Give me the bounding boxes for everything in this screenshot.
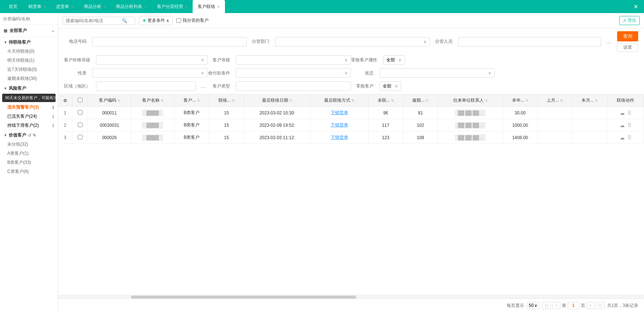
tab-purchase-close[interactable]: × xyxy=(71,4,73,9)
sidebar-item-today[interactable]: 今天待联络(0) xyxy=(0,47,58,56)
tab-sales-close[interactable]: × xyxy=(44,4,46,9)
th-last-method-sort[interactable]: ⇅ xyxy=(351,98,354,102)
dept-select[interactable]: ∨ xyxy=(275,37,430,46)
region-more-btn[interactable]: … xyxy=(199,83,208,89)
action-more-icon[interactable]: ⠿ xyxy=(628,122,631,128)
sidebar-item-b-class[interactable]: B类客户(33) xyxy=(0,158,58,167)
filter-bar: 🔍 ▼ 更多条件 ∧ 我分管的客户 ↗ 导出 xyxy=(58,13,644,28)
scrollbar-thumb[interactable] xyxy=(131,296,356,299)
tab-sales[interactable]: 销货单 × xyxy=(23,0,51,13)
sidebar-item-overdue[interactable]: 逾期未联络(30) xyxy=(0,74,58,83)
action-contact-icon[interactable]: ☁ xyxy=(620,110,625,116)
tab-analysis[interactable]: 商品分析 × xyxy=(79,0,111,13)
sidebar-section-pending[interactable]: ▼ 待联络客户 xyxy=(0,37,58,47)
sidebar-section-risk[interactable]: ▼ 风险客户 xyxy=(0,83,58,93)
th-last-date-sort[interactable]: ⇅ xyxy=(289,98,292,102)
th-uncontacted-sort[interactable]: ⇅ xyxy=(391,98,394,102)
price-select[interactable]: ∨ xyxy=(96,55,208,65)
page-number-input[interactable] xyxy=(568,302,579,309)
level-select[interactable]: ∨ xyxy=(236,55,351,65)
value-refresh-icon[interactable]: ↺ xyxy=(28,133,31,138)
horizontal-scrollbar[interactable] xyxy=(58,295,644,299)
manager-more-btn[interactable]: … xyxy=(604,39,613,45)
sidebar-item-churned[interactable]: 已流失客户(24) ℹ xyxy=(0,112,58,121)
zero-attr-select[interactable]: 全部 ∨ xyxy=(383,55,405,65)
cell-type: B类客户 xyxy=(174,107,209,119)
row-checkbox-1[interactable] xyxy=(78,122,82,127)
th-this-month-sort[interactable]: ⇅ xyxy=(595,98,598,102)
action-contact-icon[interactable]: ☁ xyxy=(620,122,625,128)
select-all-checkbox[interactable] xyxy=(78,98,82,102)
th-name-sort[interactable]: ⇅ xyxy=(161,98,164,102)
cell-contact: 15 xyxy=(209,107,244,119)
sidebar-section-value[interactable]: ▼ 价值客户 ↺ ✎ xyxy=(0,130,58,140)
action-more-icon[interactable]: ⠿ xyxy=(628,110,631,116)
sidebar-item-a-class[interactable]: A类客户(1) xyxy=(0,149,58,158)
search-submit-icon[interactable]: 🔍 xyxy=(122,18,127,23)
tab-customer-tier-close[interactable]: × xyxy=(185,4,188,9)
churn-pred-info-icon[interactable]: ℹ xyxy=(52,105,54,110)
th-type: 客户... ⇅ xyxy=(174,94,209,107)
action-more-icon[interactable]: ⠿ xyxy=(628,135,631,141)
th-type-sort[interactable]: ⇅ xyxy=(197,98,200,102)
action-contact-icon[interactable]: ☁ xyxy=(620,135,625,141)
tab-customer-tier[interactable]: 客户分层经营 × xyxy=(152,0,193,13)
tab-analysis-list[interactable]: 商品分析列表 × xyxy=(111,0,152,13)
th-this-year-sort[interactable]: ⇅ xyxy=(526,98,528,102)
region-select[interactable] xyxy=(96,81,196,91)
sidebar-item-c-class[interactable]: C类客户(6) xyxy=(0,167,58,176)
sidebar-all-customers[interactable]: ⊞ 全部客户 « xyxy=(0,25,58,37)
last-method-link[interactable]: 下销货单 xyxy=(331,135,348,140)
last-method-link[interactable]: 下销货单 xyxy=(331,122,348,127)
my-customers-checkbox[interactable] xyxy=(176,18,181,23)
tab-analysis-list-close[interactable]: × xyxy=(144,4,146,9)
retail-select[interactable]: 全部 ∨ xyxy=(379,81,401,91)
row-checkbox-2[interactable] xyxy=(78,135,82,139)
tab-customer-contact-close[interactable]: × xyxy=(217,4,220,9)
settings-button[interactable]: 设置 xyxy=(617,43,638,52)
declining-info-icon[interactable]: ℹ xyxy=(52,123,54,128)
customer-type-select[interactable] xyxy=(236,81,351,91)
tab-customer-contact[interactable]: 客户联络 × xyxy=(193,0,225,13)
customer-type-label: 客户类型 xyxy=(208,83,233,89)
sidebar-item-churn-pred[interactable]: 流失预警客户(3) ℹ xyxy=(0,103,58,112)
more-conditions-btn[interactable]: ▼ 更多条件 ∧ xyxy=(139,16,173,25)
pending-title: 待联络客户 xyxy=(9,39,31,45)
th-unit-contact-sort[interactable]: ⇅ xyxy=(485,98,488,102)
gender-select[interactable]: ∨ xyxy=(92,68,208,78)
window-close-button[interactable]: ✕ xyxy=(631,3,641,10)
sidebar-item-week[interactable]: 近7天待联络(0) xyxy=(0,65,58,74)
phone-input[interactable] xyxy=(92,37,247,46)
per-page-select[interactable]: 50 ∨ xyxy=(527,302,539,309)
my-customers-filter[interactable]: 我分管的客户 xyxy=(176,17,209,24)
gear-icon[interactable]: ⚙ xyxy=(63,98,67,103)
churned-info-icon[interactable]: ℹ xyxy=(52,114,54,119)
prev-page-btn[interactable]: < xyxy=(552,302,560,309)
sidebar-search-input[interactable] xyxy=(3,16,57,21)
export-button[interactable]: ↗ 导出 xyxy=(619,16,640,25)
search-input[interactable] xyxy=(66,18,120,23)
first-page-btn[interactable]: |< xyxy=(542,302,551,309)
sidebar-item-unsorted[interactable]: 未分组(32) xyxy=(0,140,58,149)
tab-purchase[interactable]: 进货单 × xyxy=(51,0,79,13)
value-edit-icon[interactable]: ✎ xyxy=(33,133,36,138)
th-contact-sort[interactable]: ⇅ xyxy=(232,98,235,102)
th-last-month-sort[interactable]: ⇅ xyxy=(560,98,563,102)
th-code-sort[interactable]: ⇅ xyxy=(117,98,120,102)
risk-arrow-icon: ▼ xyxy=(4,86,7,90)
th-overdue-sort[interactable]: ⇅ xyxy=(426,98,428,102)
last-page-btn[interactable]: >| xyxy=(596,302,604,309)
sidebar-collapse-icon[interactable]: « xyxy=(52,29,54,33)
query-button[interactable]: 查询 xyxy=(617,31,638,41)
payment-select[interactable]: ∨ xyxy=(236,68,351,78)
last-method-link[interactable]: 下销货单 xyxy=(331,110,348,115)
tab-home[interactable]: 首页 xyxy=(3,0,23,13)
row-checkbox-0[interactable] xyxy=(78,110,82,115)
next-page-btn[interactable]: > xyxy=(587,302,594,309)
sidebar-item-declining[interactable]: 持续下滑客户(2) ℹ xyxy=(0,121,58,130)
cell-this-month xyxy=(572,131,607,144)
sidebar-item-tomorrow[interactable]: 明天待联络(1) xyxy=(0,56,58,65)
manager-select[interactable] xyxy=(458,37,601,46)
status-select[interactable]: ∨ xyxy=(379,68,495,78)
tab-analysis-close[interactable]: × xyxy=(104,4,106,9)
